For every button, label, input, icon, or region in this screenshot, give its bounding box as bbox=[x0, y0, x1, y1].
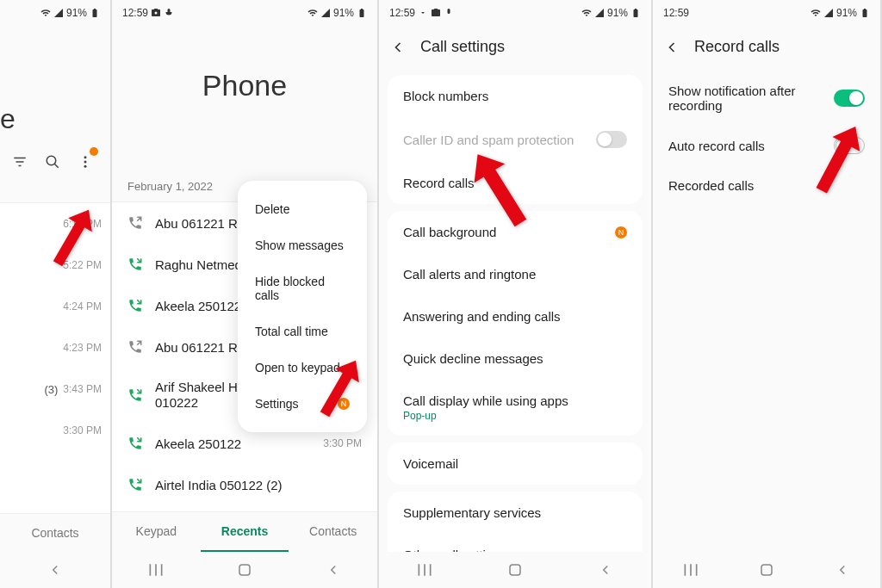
wifi-icon bbox=[307, 8, 318, 18]
setting-block-numbers[interactable]: Block numbers bbox=[388, 75, 643, 117]
svg-point-3 bbox=[84, 165, 87, 168]
call-type-icon bbox=[127, 387, 143, 403]
setting-voicemail[interactable]: Voicemail bbox=[388, 443, 643, 485]
menu-item-delete[interactable]: Delete bbox=[238, 191, 367, 227]
svg-rect-6 bbox=[239, 565, 250, 575]
android-navbar bbox=[653, 552, 880, 588]
call-type-icon bbox=[127, 298, 143, 313]
call-time: 3:43 PM bbox=[63, 383, 102, 395]
settings-scroll[interactable]: Block numbersCaller ID and spam protecti… bbox=[379, 68, 651, 552]
call-count: (3) bbox=[44, 383, 58, 396]
setting-show-notification-after-recording[interactable]: Show notification after recording bbox=[665, 71, 868, 125]
annotation-arrow-4 bbox=[804, 121, 873, 201]
back-icon[interactable] bbox=[663, 39, 680, 56]
page-title: Record calls bbox=[694, 38, 780, 56]
more-icon[interactable] bbox=[78, 152, 93, 171]
page-title: Phone bbox=[112, 26, 377, 120]
annotation-arrow-3 bbox=[461, 146, 538, 236]
call-time: 4:24 PM bbox=[63, 300, 102, 313]
filter-icon[interactable] bbox=[12, 152, 28, 171]
android-navbar bbox=[379, 552, 651, 588]
back-nav-icon[interactable] bbox=[825, 560, 860, 580]
sub-header: Record calls bbox=[653, 26, 880, 68]
toggle-switch[interactable] bbox=[834, 90, 865, 107]
menu-item-hide-blocked-calls[interactable]: Hide blocked calls bbox=[238, 263, 367, 313]
menu-item-show-messages[interactable]: Show messages bbox=[238, 227, 367, 263]
setting-label: Quick decline messages bbox=[403, 351, 543, 366]
svg-point-2 bbox=[84, 161, 87, 164]
android-navbar bbox=[112, 552, 377, 588]
sub-header: Call settings bbox=[379, 26, 651, 68]
setting-other-call-settings[interactable]: Other call settings bbox=[388, 534, 643, 552]
back-nav-icon[interactable] bbox=[38, 560, 72, 580]
call-type-icon bbox=[127, 215, 143, 231]
signal-icon bbox=[320, 8, 331, 18]
wifi-icon bbox=[811, 8, 821, 18]
home-nav-icon[interactable] bbox=[227, 560, 262, 580]
call-row[interactable]: 4:23 PM bbox=[0, 327, 110, 368]
setting-sub: Pop-up bbox=[403, 410, 568, 422]
android-navbar bbox=[0, 552, 110, 588]
annotation-arrow-2 bbox=[306, 353, 368, 425]
badge-icon: N bbox=[615, 226, 627, 238]
tab-recents[interactable]: Recents bbox=[201, 512, 289, 552]
panel-3-call-settings: 12:59 91% Call settings Block numbersCal… bbox=[379, 0, 653, 588]
call-row[interactable]: 3:30 PM bbox=[0, 410, 110, 451]
setting-answering-and-ending-calls[interactable]: Answering and ending calls bbox=[388, 295, 643, 337]
setting-call-alerts-and-ringtone[interactable]: Call alerts and ringtone bbox=[388, 253, 643, 295]
tab-contacts[interactable]: Contacts bbox=[289, 512, 377, 552]
menu-label: Settings bbox=[255, 397, 299, 411]
call-row[interactable]: Airtel India 050122 (2) bbox=[112, 464, 377, 505]
call-name: Akeela 250122 bbox=[155, 436, 323, 451]
call-name: Airtel India 050122 (2) bbox=[155, 478, 362, 492]
battery-icon bbox=[860, 8, 870, 18]
back-icon[interactable] bbox=[389, 39, 407, 56]
setting-quick-decline-messages[interactable]: Quick decline messages bbox=[388, 337, 643, 380]
recents-nav-icon[interactable] bbox=[139, 560, 173, 580]
call-time: 3:30 PM bbox=[323, 437, 362, 449]
home-nav-icon[interactable] bbox=[749, 560, 784, 580]
badge-icon bbox=[90, 147, 98, 156]
status-bar: 12:59 91% bbox=[653, 0, 880, 26]
status-bar: 12:59 91% bbox=[112, 0, 377, 26]
svg-point-1 bbox=[84, 156, 87, 158]
menu-label: Total call time bbox=[255, 325, 328, 338]
recents-nav-icon[interactable] bbox=[674, 560, 708, 580]
back-nav-icon[interactable] bbox=[316, 560, 351, 580]
call-type-icon bbox=[127, 257, 143, 272]
download-icon bbox=[418, 8, 428, 18]
settings-group: Supplementary servicesOther call setting… bbox=[388, 492, 643, 552]
wifi-icon bbox=[40, 8, 51, 18]
setting-label: Voicemail bbox=[403, 456, 458, 471]
call-time: 3:30 PM bbox=[63, 424, 102, 436]
call-row[interactable]: 4:24 PM bbox=[0, 286, 110, 327]
battery-icon bbox=[630, 8, 641, 18]
settings-group: Voicemail bbox=[388, 443, 643, 485]
mic-icon bbox=[444, 8, 454, 18]
setting-call-display-while-using-apps[interactable]: Call display while using appsPop-up bbox=[388, 380, 643, 436]
tab-keypad[interactable]: Keypad bbox=[112, 512, 201, 552]
signal-icon bbox=[823, 8, 834, 18]
battery-text: 91% bbox=[333, 7, 354, 19]
setting-label: Supplementary services bbox=[403, 505, 541, 520]
page-title: Call settings bbox=[420, 38, 505, 56]
setting-label: Auto record calls bbox=[668, 139, 765, 153]
menu-item-total-call-time[interactable]: Total call time bbox=[238, 313, 367, 350]
search-icon[interactable] bbox=[45, 152, 60, 171]
menu-label: Hide blocked calls bbox=[255, 275, 350, 302]
battery-icon bbox=[357, 8, 367, 18]
settings-group: Call backgroundNCall alerts and ringtone… bbox=[388, 211, 643, 436]
status-bar: 91% bbox=[0, 0, 110, 26]
setting-supplementary-services[interactable]: Supplementary services bbox=[388, 492, 643, 534]
toggle-switch[interactable] bbox=[596, 131, 627, 148]
tab-contacts[interactable]: Contacts bbox=[0, 514, 110, 552]
svg-rect-7 bbox=[448, 9, 450, 14]
svg-rect-8 bbox=[510, 565, 520, 575]
back-nav-icon[interactable] bbox=[588, 560, 623, 580]
svg-point-4 bbox=[155, 12, 158, 15]
home-nav-icon[interactable] bbox=[498, 560, 532, 580]
call-row[interactable]: (3)3:43 PM bbox=[0, 368, 110, 410]
panel-2-phone-app: 12:59 91% Phone February 1, 2022 Abu 061… bbox=[112, 0, 379, 588]
recents-nav-icon[interactable] bbox=[407, 560, 442, 580]
page-title: e bbox=[0, 60, 110, 152]
